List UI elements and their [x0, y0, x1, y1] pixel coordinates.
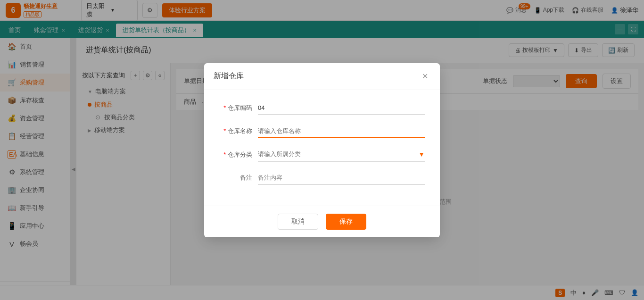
- code-input[interactable]: [258, 101, 425, 115]
- modal-overlay: 新增仓库 ✕ 仓库编码 仓库名称 仓库分类 ▼: [0, 0, 644, 300]
- save-button[interactable]: 保存: [326, 214, 366, 230]
- dialog-title: 新增仓库: [214, 71, 244, 81]
- note-label: 备注: [219, 174, 252, 182]
- code-label: 仓库编码: [219, 104, 252, 112]
- category-input[interactable]: [258, 150, 418, 158]
- dropdown-arrow-icon: ▼: [418, 150, 425, 158]
- form-row-code: 仓库编码: [219, 101, 425, 115]
- new-warehouse-dialog: 新增仓库 ✕ 仓库编码 仓库名称 仓库分类 ▼: [204, 63, 440, 237]
- form-row-note: 备注: [219, 171, 425, 185]
- dialog-body: 仓库编码 仓库名称 仓库分类 ▼ 备注: [204, 90, 440, 206]
- category-label: 仓库分类: [219, 150, 252, 159]
- dialog-footer: 取消 保存: [204, 206, 440, 237]
- form-row-name: 仓库名称: [219, 125, 425, 138]
- dialog-header: 新增仓库 ✕: [204, 63, 440, 90]
- dialog-close-button[interactable]: ✕: [419, 71, 430, 82]
- cancel-button[interactable]: 取消: [278, 214, 318, 230]
- name-input[interactable]: [258, 125, 425, 138]
- category-select[interactable]: ▼: [258, 148, 425, 162]
- name-label: 仓库名称: [219, 127, 252, 135]
- note-input[interactable]: [258, 171, 425, 185]
- form-row-category: 仓库分类 ▼: [219, 148, 425, 162]
